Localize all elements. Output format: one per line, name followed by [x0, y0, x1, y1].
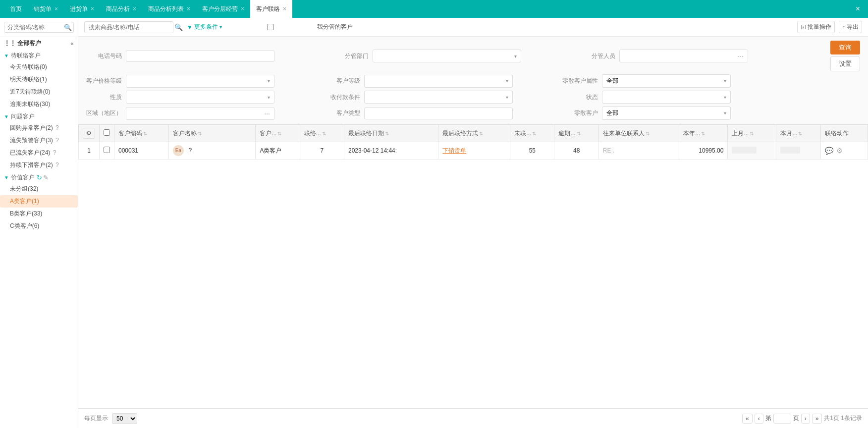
th-this-month[interactable]: 本月... ⇅ — [776, 125, 820, 142]
retail-attr-select[interactable]: 全部 ▾ — [602, 74, 731, 88]
help-icon-churn[interactable]: ? — [55, 137, 59, 144]
retail-select[interactable]: 全部 ▾ — [602, 107, 731, 120]
region-select[interactable]: ··· — [126, 107, 274, 120]
retail-label: 零散客户 — [562, 109, 602, 117]
main-search-icon[interactable]: 🔍 — [174, 23, 183, 31]
problem-customer-group[interactable]: ▼ 问题客户 — [0, 110, 78, 122]
sidebar-item-today[interactable]: 今天待联络(0) — [0, 61, 78, 73]
first-page-button[interactable]: « — [742, 414, 753, 424]
close-purchase-order[interactable]: × — [91, 5, 94, 12]
th-last-month[interactable]: 上月... ⇅ — [728, 125, 776, 142]
close-customer-contact[interactable]: × — [283, 5, 286, 12]
sidebar-item-churn-warning[interactable]: 流失预警客户(3) ? — [0, 134, 78, 147]
sidebar-search-area: 🔍 — [0, 18, 78, 37]
prev-page-button[interactable]: ‹ — [755, 414, 763, 424]
last-contact-method-link[interactable]: 下销货单 — [442, 147, 466, 154]
customer-grade-label: 客户等级 — [325, 77, 364, 85]
main-search-input[interactable] — [84, 21, 173, 33]
nav-customer-segmentation[interactable]: 客户分层经营 × — [196, 0, 250, 18]
th-contact-count[interactable]: 联络... ⇅ — [300, 125, 344, 142]
pending-contact-group[interactable]: ▼ 待联络客户 — [0, 50, 78, 61]
th-unit-contact[interactable]: 往来单位联系人 ⇅ — [598, 125, 679, 142]
total-info: 共1页 1条记录 — [824, 414, 862, 423]
edit-value-icon[interactable]: ✎ — [43, 174, 49, 181]
th-customer-name[interactable]: 客户名称 ⇅ — [168, 125, 256, 142]
row-checkbox[interactable] — [104, 147, 110, 153]
nav-home[interactable]: 首页 — [4, 0, 28, 18]
customer-type-input[interactable] — [364, 107, 513, 119]
th-overdue[interactable]: 逾期... ⇅ — [554, 125, 598, 142]
refresh-value-icon[interactable]: ↻ — [37, 174, 42, 181]
my-customers-check[interactable] — [226, 24, 315, 30]
help-icon-repurchase[interactable]: ? — [55, 124, 59, 131]
sidebar-item-b-class[interactable]: B类客户(33) — [0, 208, 78, 220]
query-button[interactable]: 查询 — [830, 41, 860, 54]
td-this-year: 10995.00 — [679, 142, 728, 160]
sidebar-item-declining[interactable]: 持续下滑客户(2) ? — [0, 159, 78, 171]
th-customer-type[interactable]: 客户... ⇅ — [256, 125, 300, 142]
page-size-label: 每页显示 — [84, 414, 108, 423]
more-action-icon[interactable]: ⚙ — [836, 147, 843, 155]
page-size-select[interactable]: 50 10 20 100 — [112, 413, 137, 424]
chat-action-icon[interactable]: 💬 — [825, 147, 833, 155]
close-product-analysis-list[interactable]: × — [187, 5, 190, 12]
td-last-contact-method[interactable]: 下销货单 — [438, 142, 510, 160]
dept-select[interactable]: ▾ — [373, 50, 521, 62]
help-icon-churned[interactable]: ? — [53, 149, 56, 156]
value-customer-group[interactable]: ▼ 价值客户 ↻ ✎ — [0, 171, 78, 183]
table-settings-button[interactable]: ⚙ — [83, 128, 95, 139]
retail-attr-caret-icon: ▾ — [724, 78, 726, 84]
help-icon-declining[interactable]: ? — [55, 161, 59, 168]
customer-grade-select[interactable]: ▾ — [364, 75, 513, 88]
nav-product-analysis[interactable]: 商品分析 × — [100, 0, 142, 18]
close-sales-order[interactable]: × — [54, 5, 58, 12]
nav-sales-order[interactable]: 销货单 × — [28, 0, 64, 18]
data-table-container[interactable]: ⚙ 客户编码 ⇅ 客户名称 — [78, 124, 868, 408]
nav-purchase-order[interactable]: 进货单 × — [64, 0, 100, 18]
th-no-contact[interactable]: 未联... ⇅ — [510, 125, 554, 142]
last-page-button[interactable]: » — [812, 414, 822, 424]
status-select[interactable]: ▾ — [602, 91, 731, 104]
td-overdue: 48 — [554, 142, 598, 160]
td-checkbox[interactable] — [100, 142, 114, 160]
nav-customer-contact[interactable]: 客户联络 × — [250, 0, 292, 18]
next-page-button[interactable]: › — [801, 414, 810, 424]
th-customer-code[interactable]: 客户编码 ⇅ — [114, 125, 169, 142]
filter-bar: 🔍 ▼ 更多条件 ▾ 我分管的客户 ☑ 批量操作 ↑ 导出 — [78, 18, 868, 37]
page-number-input[interactable]: 1 — [773, 414, 791, 424]
close-customer-segmentation[interactable]: × — [241, 5, 244, 12]
my-customers-checkbox[interactable]: 我分管的客户 — [226, 23, 353, 31]
customer-grade-caret-icon: ▾ — [506, 78, 508, 84]
phone-input[interactable] — [126, 50, 274, 62]
batch-operation-button[interactable]: ☑ 批量操作 — [797, 21, 835, 33]
table-header-row: ⚙ 客户编码 ⇅ 客户名称 — [79, 125, 868, 142]
price-grade-select[interactable]: ▾ — [126, 75, 274, 88]
window-close-button[interactable]: × — [852, 4, 864, 13]
select-all-checkbox[interactable] — [104, 129, 110, 136]
sidebar-item-ungrouped[interactable]: 未分组(32) — [0, 183, 78, 195]
th-last-contact-date[interactable]: 最后联络日期 ⇅ — [344, 125, 438, 142]
problem-triangle-icon: ▼ — [4, 114, 9, 119]
close-product-analysis[interactable]: × — [133, 5, 136, 12]
category-search-icon[interactable]: 🔍 — [64, 24, 72, 31]
settings-button[interactable]: 设置 — [830, 56, 860, 71]
more-filters-button[interactable]: ▼ 更多条件 ▾ — [187, 23, 222, 31]
nature-select[interactable]: ▾ — [126, 91, 274, 104]
sidebar-item-tomorrow[interactable]: 明天待联络(1) — [0, 73, 78, 86]
sidebar-item-a-class[interactable]: A类客户(1) — [0, 195, 78, 208]
th-checkbox[interactable] — [100, 125, 114, 142]
th-this-year[interactable]: 本年... ⇅ — [679, 125, 728, 142]
sidebar-item-c-class[interactable]: C类客户(6) — [0, 220, 78, 232]
sidebar-item-churned[interactable]: 已流失客户(24) ? — [0, 147, 78, 159]
th-last-contact-method[interactable]: 最后联络方式 ⇅ — [438, 125, 510, 142]
sidebar-item-overdue[interactable]: 逾期未联络(30) — [0, 98, 78, 110]
nav-product-analysis-list[interactable]: 商品分析列表 × — [142, 0, 196, 18]
sidebar-item-repurchase-anomaly[interactable]: 回购异常客户(2) ? — [0, 122, 78, 134]
td-actions: 💬 ⚙ — [820, 142, 868, 160]
export-button[interactable]: ↑ 导出 — [839, 21, 862, 33]
category-search-input[interactable] — [4, 22, 74, 33]
sidebar-collapse-icon[interactable]: « — [70, 40, 74, 47]
payment-select[interactable]: ▾ — [364, 91, 513, 104]
manager-input[interactable]: ··· — [619, 50, 748, 62]
sidebar-item-7days[interactable]: 近7天待联络(0) — [0, 86, 78, 98]
